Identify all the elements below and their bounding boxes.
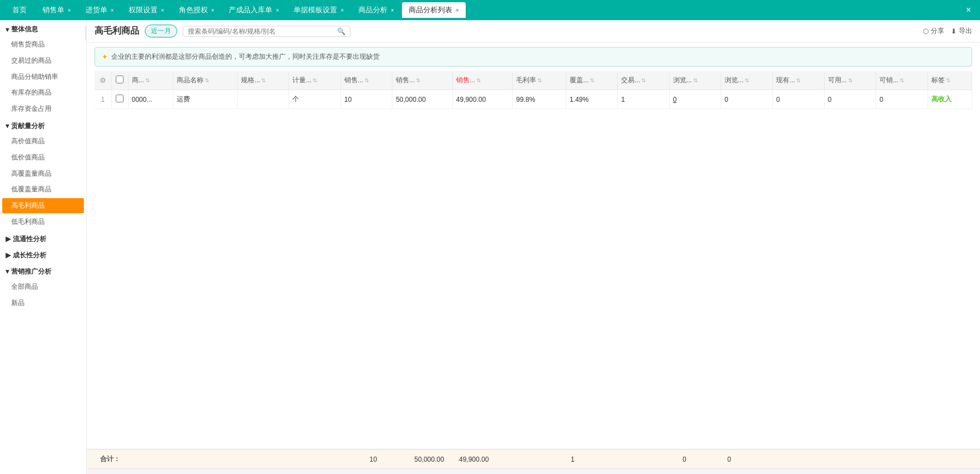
col-sale-qty[interactable]: 销售...⇅ bbox=[340, 71, 392, 90]
cell-browse2: 0 bbox=[721, 90, 773, 109]
tab-close-icon[interactable]: × bbox=[68, 7, 71, 13]
select-all-checkbox[interactable] bbox=[116, 76, 124, 83]
cell-code: 0000... bbox=[128, 90, 173, 109]
settings-icon[interactable]: ⚙ bbox=[100, 76, 106, 85]
top-navigation: 首页 销售单 × 进货单 × 权限设置 × 角色授权 × 产成品入库单 × 单据… bbox=[0, 0, 980, 20]
col-code[interactable]: 商...⇅ bbox=[128, 71, 173, 90]
sidebar-item-high-coverage[interactable]: 高覆盖量商品 bbox=[0, 166, 86, 182]
table-container[interactable]: ⚙ 商...⇅ 商品名称⇅ 规格...⇅ 计量...⇅ 销售...⇅ 销售...… bbox=[87, 71, 980, 449]
col-tag[interactable]: 标签⇅ bbox=[927, 71, 972, 90]
footer-sale-qty: 10 bbox=[366, 456, 411, 463]
tab-purchase-order[interactable]: 进货单 × bbox=[79, 2, 121, 18]
sidebar-item-high-margin[interactable]: 高毛利商品 bbox=[2, 198, 84, 213]
sidebar-collapse-button[interactable]: « bbox=[85, 26, 87, 40]
col-coverage[interactable]: 覆盖...⇅ bbox=[566, 71, 617, 90]
col-settings[interactable]: ⚙ bbox=[94, 71, 111, 90]
col-unit[interactable]: 计量...⇅ bbox=[289, 71, 340, 90]
tab-close-icon[interactable]: × bbox=[211, 7, 215, 13]
footer-totals: 合计： 10 50,000.00 49,900.00 1 0 0 bbox=[87, 449, 980, 468]
footer-sale-profit: 49,900.00 bbox=[456, 456, 500, 463]
cell-current: 0 bbox=[773, 90, 824, 109]
tab-product-inbound[interactable]: 产成品入库单 × bbox=[222, 2, 286, 18]
cell-browse1[interactable]: 0 bbox=[669, 90, 721, 109]
sidebar-item-traded-goods[interactable]: 交易过的商品 bbox=[0, 53, 86, 69]
search-icon[interactable]: 🔍 bbox=[337, 27, 345, 35]
info-banner: ✦ 企业的主要的利润都是这部分商品创造的，可考虑加大推广，同时关注库存是不要出现… bbox=[94, 47, 972, 67]
cell-spec bbox=[238, 90, 289, 109]
cell-usable: 0 bbox=[824, 90, 875, 109]
row-number: 1 bbox=[94, 90, 111, 109]
col-salable[interactable]: 可销...⇅ bbox=[876, 71, 927, 90]
tab-close-icon[interactable]: × bbox=[161, 7, 164, 13]
tab-sales-order[interactable]: 销售单 × bbox=[36, 2, 78, 18]
col-checkbox[interactable] bbox=[111, 71, 128, 90]
filter-recent-month-button[interactable]: 近一月 bbox=[145, 25, 177, 37]
sidebar-item-new-goods[interactable]: 新品 bbox=[0, 295, 86, 311]
group-arrow-icon-5: ▾ bbox=[6, 267, 9, 275]
sidebar-group-liquidity[interactable]: ▶ 流通性分析 bbox=[0, 230, 86, 246]
tab-close-icon[interactable]: × bbox=[340, 7, 344, 13]
cell-sale-qty: 10 bbox=[340, 90, 392, 109]
footer-sale-amount: 50,000.00 bbox=[411, 456, 456, 463]
tab-product-analysis-list[interactable]: 商品分析列表 × bbox=[402, 2, 466, 18]
info-icon: ✦ bbox=[102, 53, 108, 61]
sidebar-item-high-value[interactable]: 高价值商品 bbox=[0, 133, 86, 149]
export-icon: ⬇ bbox=[951, 27, 957, 35]
tab-close-active-icon[interactable]: × bbox=[456, 7, 459, 13]
table-row: 1 0000... 运费 个 10 50,000.00 49,900.00 99… bbox=[94, 90, 972, 109]
sidebar-group-contribution[interactable]: ▾ 贡献量分析 bbox=[0, 117, 86, 133]
sidebar-group-overall[interactable]: ▾ 整体信息 bbox=[0, 20, 86, 36]
row-checkbox[interactable] bbox=[116, 95, 124, 102]
sidebar-item-all-goods[interactable]: 全部商品 bbox=[0, 279, 86, 295]
content-area: 高毛利商品 近一月 🔍 ⬡ 分享 ⬇ 导出 ✦ 企业的主要的利润都是这部分商品创… bbox=[87, 20, 980, 474]
search-box[interactable]: 🔍 bbox=[183, 26, 351, 37]
cell-name: 运费 bbox=[173, 90, 238, 109]
data-table: ⚙ 商...⇅ 商品名称⇅ 规格...⇅ 计量...⇅ 销售...⇅ 销售...… bbox=[94, 71, 972, 109]
col-current[interactable]: 现有...⇅ bbox=[773, 71, 824, 90]
sidebar: « ▾ 整体信息 销售货商品 交易过的商品 商品分销助销率 有库存的商品 库存资… bbox=[0, 20, 87, 474]
sidebar-item-distribution-rate[interactable]: 商品分销助销率 bbox=[0, 69, 86, 85]
cell-coverage: 1.49% bbox=[566, 90, 617, 109]
tab-close-icon[interactable]: × bbox=[276, 7, 279, 13]
cell-tag: 高收入 bbox=[927, 90, 972, 109]
col-spec[interactable]: 规格...⇅ bbox=[238, 71, 289, 90]
tab-role-auth[interactable]: 角色授权 × bbox=[172, 2, 221, 18]
share-button[interactable]: ⬡ 分享 bbox=[923, 26, 944, 36]
col-sale-amount[interactable]: 销售...⇅ bbox=[392, 71, 453, 90]
tab-permission-settings[interactable]: 权限设置 × bbox=[122, 2, 171, 18]
cell-sale-profit: 49,900.00 bbox=[452, 90, 513, 109]
sidebar-item-inventory-capital[interactable]: 库存资金占用 bbox=[0, 101, 86, 117]
cell-trade: 1 bbox=[618, 90, 669, 109]
col-usable[interactable]: 可用...⇅ bbox=[824, 71, 875, 90]
tab-product-analysis[interactable]: 商品分析 × bbox=[352, 2, 401, 18]
sidebar-item-in-stock[interactable]: 有库存的商品 bbox=[0, 85, 86, 101]
export-button[interactable]: ⬇ 导出 bbox=[951, 26, 972, 36]
tab-close-icon[interactable]: × bbox=[391, 7, 394, 13]
tab-template-settings[interactable]: 单据模板设置 × bbox=[287, 2, 351, 18]
content-header: 高毛利商品 近一月 🔍 ⬡ 分享 ⬇ 导出 bbox=[87, 20, 980, 43]
col-browse1[interactable]: 浏览...⇅ bbox=[669, 71, 721, 90]
tab-close-icon[interactable]: × bbox=[111, 7, 114, 13]
table-header-row: ⚙ 商...⇅ 商品名称⇅ 规格...⇅ 计量...⇅ 销售...⇅ 销售...… bbox=[94, 71, 972, 90]
sidebar-item-sales-goods[interactable]: 销售货商品 bbox=[0, 36, 86, 53]
nav-home[interactable]: 首页 bbox=[4, 5, 35, 15]
search-input[interactable] bbox=[188, 27, 335, 35]
footer-current: 0 bbox=[679, 456, 724, 463]
col-sale-profit[interactable]: 销售...⇅ bbox=[452, 71, 513, 90]
cell-sale-amount: 50,000.00 bbox=[392, 90, 453, 109]
sidebar-group-growth[interactable]: ▶ 成长性分析 bbox=[0, 246, 86, 262]
sidebar-group-marketing[interactable]: ▾ 营销推广分析 bbox=[0, 262, 86, 279]
sidebar-item-low-value[interactable]: 低价值商品 bbox=[0, 149, 86, 166]
group-arrow-icon-3: ▶ bbox=[6, 235, 11, 243]
page-title: 高毛利商品 bbox=[94, 25, 139, 37]
row-checkbox-cell[interactable] bbox=[111, 90, 128, 109]
sidebar-item-low-coverage[interactable]: 低覆盖量商品 bbox=[0, 181, 86, 198]
cell-unit: 个 bbox=[289, 90, 340, 109]
col-trade[interactable]: 交易...⇅ bbox=[618, 71, 669, 90]
col-name[interactable]: 商品名称⇅ bbox=[173, 71, 238, 90]
col-browse2[interactable]: 浏览...⇅ bbox=[721, 71, 773, 90]
col-gross-rate[interactable]: 毛利率⇅ bbox=[513, 71, 566, 90]
sidebar-item-low-margin[interactable]: 低毛利商品 bbox=[0, 214, 86, 230]
app-close-button[interactable]: × bbox=[962, 5, 976, 15]
horizontal-scrollbar[interactable] bbox=[87, 468, 980, 474]
